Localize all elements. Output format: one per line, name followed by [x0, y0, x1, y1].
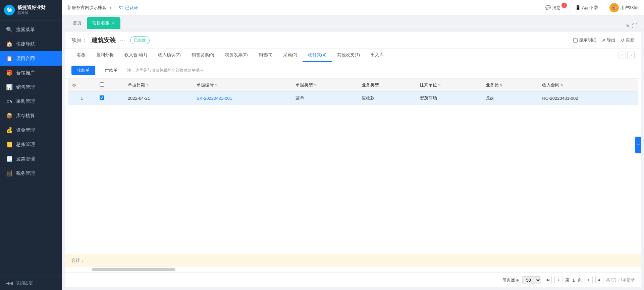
- col-header-biz_type: 业务类型: [358, 79, 416, 92]
- sub-tab-receive-pay[interactable]: 收付款(4): [303, 49, 332, 62]
- tab-home[interactable]: 首页: [67, 17, 87, 29]
- row-salesman-0: 龙妹: [482, 92, 538, 105]
- sub-tab-tax-invoice[interactable]: 税务发票(0): [220, 49, 253, 62]
- tab-project-board[interactable]: 项目看板 ✕: [87, 17, 120, 29]
- inner-note: 注：这里是与项目关联的全部收付款单哦～: [127, 68, 204, 73]
- table-row[interactable]: 1 2022-04-21 SK-20220421-001 蓝单 应收款 宏茂商场…: [68, 92, 638, 105]
- maximize-window-icon[interactable]: ⛶: [632, 23, 637, 29]
- records-table: ⚙单据日期⇅单据编号⇅单据类型⇅业务类型往来单位⇅业务员⇅收入合同⇅ 1 202…: [68, 79, 638, 105]
- sidebar-item-purchase[interactable]: 🛍 采购管理: [0, 94, 62, 108]
- sidebar-item-inventory[interactable]: 📦 库存核算: [0, 108, 62, 123]
- close-tab-icon[interactable]: ✕: [112, 21, 115, 25]
- inner-tab-payment[interactable]: 付款单: [99, 66, 123, 75]
- col-header-income_contract[interactable]: 收入合同⇅: [538, 79, 638, 92]
- app-download-button[interactable]: 📱 App下载: [575, 5, 598, 11]
- sidebar-icon-quicknav: 🏠: [6, 41, 13, 47]
- close-window-icon[interactable]: ✕: [626, 23, 630, 29]
- next-page-button[interactable]: ›: [585, 276, 593, 284]
- sidebar-item-sales[interactable]: 📊 销售管理: [0, 80, 62, 94]
- export-icon: ↗: [602, 38, 605, 43]
- main-area: 新服务官网演示账套 ▼ 🛡 已认证 💬 消息 1 📱 App下载 🐵 用户335…: [62, 0, 644, 290]
- sub-tab-next-btn[interactable]: ›: [627, 52, 635, 59]
- account-selector[interactable]: 新服务官网演示账套 ▼: [67, 5, 112, 11]
- project-actions: 显示明细 ↗ 导出 ↺ 刷新: [573, 37, 635, 43]
- last-page-button[interactable]: ⏭: [595, 276, 603, 284]
- page-size-select[interactable]: 50 100 200: [522, 276, 541, 284]
- row-checkbox-0[interactable]: [96, 92, 124, 105]
- page-size-label: 每页显示: [502, 277, 520, 283]
- row-num-0: 1: [68, 92, 96, 105]
- export-button[interactable]: ↗ 导出: [602, 37, 615, 43]
- tab-project-board-label: 项目看板: [92, 20, 110, 26]
- col-header-salesman[interactable]: 业务员⇅: [482, 79, 538, 92]
- first-page-button[interactable]: ⏮: [544, 276, 552, 284]
- sub-tab-sales[interactable]: 销售(0): [253, 49, 278, 62]
- row-type-0: 蓝单: [291, 92, 358, 105]
- fake-scrollbar[interactable]: [92, 268, 175, 271]
- row-number-0[interactable]: SK-20220421-001: [193, 92, 291, 105]
- sidebar-item-ledger[interactable]: 📒 总账管理: [0, 137, 62, 152]
- show-detail-input[interactable]: [573, 38, 578, 43]
- tab-home-label: 首页: [73, 20, 82, 26]
- sub-tab-nav: ‹ ›: [619, 52, 635, 59]
- sidebar-item-search[interactable]: 🔍 搜索菜单: [0, 22, 62, 37]
- sub-tab-profit[interactable]: 盈利分析: [91, 49, 119, 62]
- user-button[interactable]: 🐵 用户3355: [609, 3, 639, 12]
- total-row: 合计：: [65, 254, 641, 267]
- col-header-type[interactable]: 单据类型⇅: [291, 79, 358, 92]
- tab-bar: 首页 项目看板 ✕ ✕ ⛶: [62, 15, 644, 29]
- show-detail-checkbox[interactable]: 显示明细: [573, 37, 596, 43]
- content-panel: 项目： 建筑安装 ··· 已生效 显示明细 ↗ 导出 ↺ 刷新: [65, 32, 641, 287]
- select-all-checkbox[interactable]: [100, 82, 104, 87]
- sidebar-item-capital[interactable]: 💰 资金管理: [0, 123, 62, 137]
- sidebar-item-marketing[interactable]: 🎁 营销推广: [0, 66, 62, 80]
- sub-tab-bar: 看板盈利分析收入合同(1)收入确认(2)销售发票(0)税务发票(0)销售(0)采…: [65, 49, 641, 62]
- sub-tab-other-expense[interactable]: 其他收支(1): [332, 49, 365, 62]
- sidebar-icon-search: 🔍: [6, 26, 13, 33]
- side-panel-toggle[interactable]: ≡: [635, 137, 641, 153]
- app-logo: 畅: [4, 5, 15, 15]
- col-header-partner[interactable]: 往来单位⇅: [416, 79, 482, 92]
- prev-page-button[interactable]: ‹: [554, 276, 562, 284]
- sidebar-item-contract[interactable]: 📋 项目合同: [0, 51, 62, 66]
- col-header-gear: ⚙: [68, 79, 96, 92]
- sidebar-label-tax: 税务管理: [16, 170, 35, 176]
- project-name: 建筑安装: [92, 36, 116, 44]
- sidebar: 畅 畅捷通好业财 标准版 🔍 搜索菜单🏠 快捷导航📋 项目合同🎁 营销推广📊 销…: [0, 0, 62, 290]
- message-button[interactable]: 💬 消息 1: [545, 5, 564, 11]
- avatar: 🐵: [609, 3, 619, 12]
- sidebar-item-invoice[interactable]: 🧾 发票管理: [0, 152, 62, 166]
- sidebar-item-quicknav[interactable]: 🏠 快捷导航: [0, 37, 62, 51]
- page-suffix: 页: [578, 277, 582, 283]
- sidebar-icon-invoice: 🧾: [6, 156, 13, 162]
- row-income-contract-0: RC-20220401-002: [538, 92, 638, 105]
- sidebar-icon-contract: 📋: [6, 55, 13, 62]
- project-status-badge: 已生效: [130, 37, 150, 44]
- col-header-number[interactable]: 单据编号⇅: [193, 79, 291, 92]
- total-info: 共1页，1条记录: [606, 277, 635, 283]
- sub-tab-inout[interactable]: 出入库: [365, 49, 389, 62]
- project-menu-dots[interactable]: ···: [120, 37, 126, 43]
- sub-tab-purchase[interactable]: 采购(2): [278, 49, 303, 62]
- scrollbar-row: [65, 267, 641, 272]
- sub-tab-income-contract[interactable]: 收入合同(1): [119, 49, 153, 62]
- sub-tab-sales-invoice[interactable]: 销售发票(0): [186, 49, 220, 62]
- sidebar-icon-tax: 🧮: [6, 170, 13, 176]
- sort-icon-number: ⇅: [215, 83, 218, 87]
- sidebar-item-tax[interactable]: 🧮 税务管理: [0, 166, 62, 180]
- sidebar-footer[interactable]: ◀◀ 取消固定: [0, 276, 62, 290]
- sub-tab-kanban[interactable]: 看板: [71, 49, 91, 62]
- row-number-link-0[interactable]: SK-20220421-001: [197, 96, 232, 101]
- row-partner-0: 宏茂商场: [416, 92, 482, 105]
- app-name: 畅捷通好业财: [17, 5, 46, 10]
- sub-tab-prev-btn[interactable]: ‹: [619, 52, 626, 59]
- col-header-date[interactable]: 单据日期⇅: [124, 79, 193, 92]
- gear-settings-icon[interactable]: ⚙: [72, 83, 76, 88]
- sidebar-label-invoice: 发票管理: [16, 156, 35, 162]
- inner-tab-receipt[interactable]: 收款单: [71, 66, 95, 75]
- message-badge: 1: [561, 3, 567, 8]
- sidebar-nav: 🔍 搜索菜单🏠 快捷导航📋 项目合同🎁 营销推广📊 销售管理🛍 采购管理📦 库存…: [0, 20, 62, 276]
- message-label: 消息: [552, 5, 561, 11]
- refresh-button[interactable]: ↺ 刷新: [621, 37, 635, 43]
- sub-tab-income-confirm[interactable]: 收入确认(2): [153, 49, 186, 62]
